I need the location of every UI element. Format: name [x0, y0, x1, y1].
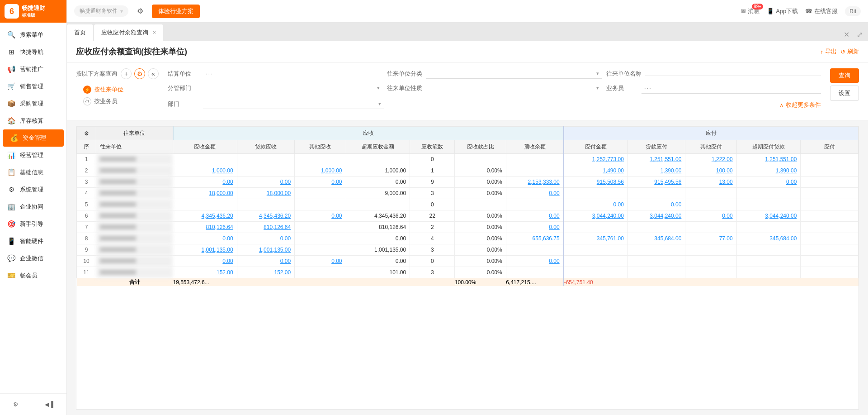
sidebar-item-basic[interactable]: 📋 基础信息: [0, 164, 66, 181]
table-cell[interactable]: 0.00: [173, 233, 237, 244]
refresh-button[interactable]: ↺ 刷新: [840, 48, 859, 56]
laiwa-name-input[interactable]: [645, 72, 821, 76]
table-cell[interactable]: 1,251,551.00: [736, 154, 801, 165]
table-cell[interactable]: 0.00: [237, 233, 295, 244]
table-cell[interactable]: 0.00: [506, 256, 564, 267]
dept-select[interactable]: ▾: [203, 99, 384, 109]
table-cell[interactable]: 3,044,240.00: [736, 210, 801, 222]
table-cell[interactable]: 1,001,135.00: [173, 244, 237, 256]
table-cell[interactable]: 915,495.56: [627, 176, 685, 188]
table-cell[interactable]: 0.00: [173, 176, 237, 188]
table-cell[interactable]: 0.00: [237, 176, 295, 188]
sidebar-item-wechat[interactable]: 💬 企业微信: [0, 250, 66, 267]
sidebar-item-hardware[interactable]: 📱 智能硬件: [0, 233, 66, 250]
sidebar-item-operations[interactable]: 📊 经营管理: [0, 147, 66, 164]
table-cell[interactable]: 152.00: [173, 267, 237, 278]
table-cell[interactable]: 0.00: [564, 199, 628, 210]
table-cell[interactable]: 3,044,240.00: [564, 210, 628, 222]
table-cell[interactable]: 1,390.00: [736, 165, 801, 176]
table-cell[interactable]: 0.00: [736, 176, 801, 188]
total-prepaid[interactable]: 6,417,215....: [506, 278, 564, 286]
messages-button[interactable]: ✉ 消息 99+: [741, 7, 760, 15]
tab-home[interactable]: 首页: [67, 24, 93, 41]
table-cell[interactable]: 18,000.00: [173, 188, 237, 199]
table-cell[interactable]: 152.00: [237, 267, 295, 278]
table-cell[interactable]: 345,684.00: [736, 233, 801, 244]
scheme-item-unit[interactable]: ⚡ 按往来单位: [80, 84, 159, 95]
table-cell[interactable]: 0.00: [506, 188, 564, 199]
fenguan-dept-select[interactable]: ▾: [203, 83, 382, 93]
settings-button[interactable]: 设置: [830, 86, 859, 101]
table-settings-icon[interactable]: ⚙: [84, 130, 89, 137]
table-cell[interactable]: 0.00: [237, 256, 295, 267]
total-ap-amount[interactable]: -654,751.40: [564, 278, 628, 286]
laiwa-nature-select[interactable]: ▾: [426, 83, 602, 93]
table-cell[interactable]: 0.00: [627, 199, 685, 210]
table-cell[interactable]: 0.00: [295, 256, 346, 267]
footer-collapse-button[interactable]: ◀▐: [40, 398, 58, 410]
table-cell[interactable]: 1,000.00: [295, 165, 346, 176]
table-cell[interactable]: 1,390.00: [627, 165, 685, 176]
user-info[interactable]: Rit: [845, 6, 861, 16]
scheme-item-salesman[interactable]: ⏱ 按业务员: [80, 95, 159, 107]
app-download-button[interactable]: 📱 App下载: [767, 7, 798, 15]
tab-query[interactable]: 应收应付余额查询 ×: [94, 24, 163, 41]
sidebar-item-guide[interactable]: 🎯 新手引导: [0, 215, 66, 233]
query-button[interactable]: 查询: [830, 68, 859, 83]
collapse-scheme-button[interactable]: «: [148, 68, 159, 79]
settings-gear-button[interactable]: ⚙: [134, 5, 146, 18]
table-cell[interactable]: 1,222.00: [685, 154, 736, 165]
jiesuan-unit-input[interactable]: ···: [203, 68, 382, 79]
table-cell[interactable]: 0.00: [685, 210, 736, 222]
export-button[interactable]: ↑ 导出: [821, 48, 837, 56]
table-cell[interactable]: 915,508.56: [564, 176, 628, 188]
cta-button[interactable]: 体验行业方案: [152, 5, 200, 18]
table-cell[interactable]: 0.00: [506, 222, 564, 233]
total-ar-amount[interactable]: 19,553,472,6...: [173, 278, 237, 286]
tab-close-icon[interactable]: ×: [153, 29, 156, 36]
table-cell[interactable]: 345,684.00: [627, 233, 685, 244]
sidebar-item-member[interactable]: 🎫 畅会员: [0, 267, 66, 284]
footer-settings-button[interactable]: ⚙: [9, 398, 23, 410]
sidebar-item-corp[interactable]: 🏢 企业协同: [0, 198, 66, 215]
table-cell[interactable]: 655,636.75: [506, 233, 564, 244]
table-cell[interactable]: 345,761.00: [564, 233, 628, 244]
table-cell[interactable]: 0.00: [295, 176, 346, 188]
table-cell[interactable]: 1,001,135.00: [237, 244, 295, 256]
table-cell[interactable]: 3,044,240.00: [627, 210, 685, 222]
table-cell[interactable]: 77.00: [685, 233, 736, 244]
table-cell[interactable]: 100.00: [685, 165, 736, 176]
breadcrumb[interactable]: 畅捷通财务软件 ▾: [74, 5, 128, 17]
laiwa-category-select[interactable]: ▾: [426, 69, 602, 79]
service-button[interactable]: ☎ 在线客服: [805, 7, 838, 15]
sidebar-item-inventory[interactable]: 🏠 库存核算: [0, 112, 66, 129]
table-cell[interactable]: 2,153,333.00: [506, 176, 564, 188]
sidebar-item-purchase[interactable]: 📦 采购管理: [0, 95, 66, 112]
sidebar-item-system[interactable]: ⚙ 系统管理: [0, 181, 66, 198]
table-cell: [564, 256, 628, 267]
table-cell[interactable]: 18,000.00: [237, 188, 295, 199]
table-cell[interactable]: 810,126.64: [173, 222, 237, 233]
settings-scheme-button[interactable]: ⚙: [134, 68, 145, 79]
table-cell[interactable]: 0.00: [295, 210, 346, 222]
table-cell[interactable]: 0.00: [173, 256, 237, 267]
table-cell[interactable]: 0.00: [506, 210, 564, 222]
sidebar-item-sales[interactable]: 🛒 销售管理: [0, 78, 66, 95]
add-scheme-button[interactable]: +: [121, 68, 132, 79]
table-cell[interactable]: 810,126.64: [237, 222, 295, 233]
salesman-input[interactable]: ···: [642, 83, 821, 94]
collapse-more-button[interactable]: ∧ 收起更多条件: [779, 99, 821, 111]
sidebar-item-finance[interactable]: 💰 资金管理: [3, 129, 64, 147]
table-cell[interactable]: 1,490.00: [564, 165, 628, 176]
sidebar-item-quick[interactable]: ⊞ 快捷导航: [0, 43, 66, 61]
table-cell[interactable]: 13.00: [685, 176, 736, 188]
table-cell[interactable]: 4,345,436.20: [237, 210, 295, 222]
table-cell[interactable]: 1,000.00: [173, 165, 237, 176]
tab-close-all-icon[interactable]: ✕: [842, 29, 851, 41]
table-cell[interactable]: 1,252,773.00: [564, 154, 628, 165]
sidebar-item-search[interactable]: 🔍 搜索菜单: [0, 26, 66, 43]
tab-fullscreen-icon[interactable]: ⤢: [855, 29, 864, 41]
table-cell[interactable]: 1,251,551.00: [627, 154, 685, 165]
table-cell[interactable]: 4,345,436.20: [173, 210, 237, 222]
sidebar-item-marketing[interactable]: 📢 营销推广: [0, 61, 66, 78]
